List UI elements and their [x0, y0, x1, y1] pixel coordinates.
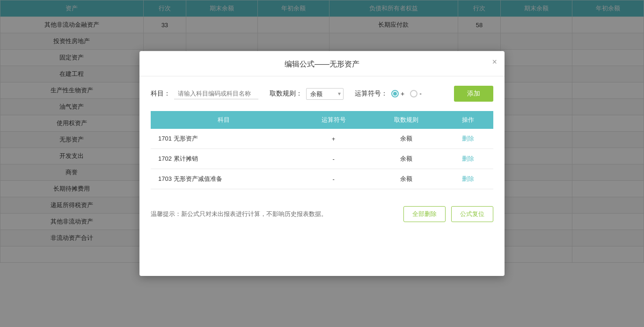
operator-group: 运算符号： + -	[355, 89, 422, 98]
formula-table: 科目 运算符号 取数规则 操作 1701 无形资产+余额删除1702 累计摊销-…	[151, 111, 493, 189]
operator-plus-label: +	[401, 90, 404, 97]
table-header-action: 操作	[443, 111, 493, 129]
operator-plus-radio-circle	[391, 90, 399, 97]
subject-input[interactable]	[174, 88, 258, 99]
table-row: 1703 无形资产减值准备-余额删除	[151, 169, 493, 189]
operator-minus-radio-circle	[410, 90, 417, 97]
delete-all-button[interactable]: 全部删除	[403, 206, 446, 222]
table-header-rule: 取数规则	[370, 111, 443, 129]
modal-close-button[interactable]: ×	[492, 58, 497, 66]
table-row: 1701 无形资产+余额删除	[151, 129, 493, 149]
edit-formula-modal: 编辑公式——无形资产 × 科目： 取数规则： 余额 借方 贷方	[139, 51, 505, 276]
modal-body: 科目： 取数规则： 余额 借方 贷方 运算符号：	[139, 76, 505, 199]
reset-formula-button[interactable]: 公式复位	[451, 206, 493, 222]
delete-row-button[interactable]: 删除	[462, 175, 474, 182]
table-header-subject: 科目	[151, 111, 297, 129]
operator-label: 运算符号：	[355, 89, 388, 98]
modal-overlay: 编辑公式——无形资产 × 科目： 取数规则： 余额 借方 贷方	[0, 0, 644, 327]
add-button[interactable]: 添加	[454, 86, 493, 102]
subject-group: 科目：	[151, 88, 258, 99]
modal-footer: 温馨提示：新公式只对未出报表进行计算，不影响历史报表数据。 全部删除 公式复位	[139, 199, 505, 222]
delete-row-button[interactable]: 删除	[462, 155, 474, 162]
table-cell-rule: 余额	[370, 169, 443, 189]
table-cell-operator: +	[297, 129, 370, 149]
rule-select[interactable]: 余额 借方 贷方	[306, 88, 344, 100]
table-cell-rule: 余额	[370, 149, 443, 169]
operator-plus-radio[interactable]: +	[391, 90, 404, 97]
modal-header: 编辑公式——无形资产 ×	[139, 51, 505, 76]
footer-buttons: 全部删除 公式复位	[403, 206, 493, 222]
table-cell-subject: 1701 无形资产	[151, 129, 297, 149]
delete-row-button[interactable]: 删除	[462, 135, 474, 142]
table-header-operator: 运算符号	[297, 111, 370, 129]
footer-tip: 温馨提示：新公式只对未出报表进行计算，不影响历史报表数据。	[151, 210, 327, 218]
operator-minus-label: -	[419, 90, 422, 97]
table-cell-operator: -	[297, 149, 370, 169]
subject-label: 科目：	[151, 89, 170, 98]
operator-minus-radio[interactable]: -	[410, 90, 422, 97]
table-cell-action: 删除	[443, 129, 493, 149]
table-cell-subject: 1702 累计摊销	[151, 149, 297, 169]
table-cell-action: 删除	[443, 149, 493, 169]
table-row: 1702 累计摊销-余额删除	[151, 149, 493, 169]
table-cell-action: 删除	[443, 169, 493, 189]
table-cell-subject: 1703 无形资产减值准备	[151, 169, 297, 189]
table-cell-operator: -	[297, 169, 370, 189]
rule-select-wrap: 余额 借方 贷方	[306, 88, 344, 100]
rule-group: 取数规则： 余额 借方 贷方	[270, 88, 344, 100]
operator-radio-group: + -	[391, 90, 422, 97]
modal-title: 编辑公式——无形资产	[285, 60, 359, 68]
rule-label: 取数规则：	[270, 89, 302, 98]
table-cell-rule: 余额	[370, 129, 443, 149]
formula-form-row: 科目： 取数规则： 余额 借方 贷方 运算符号：	[151, 86, 493, 102]
